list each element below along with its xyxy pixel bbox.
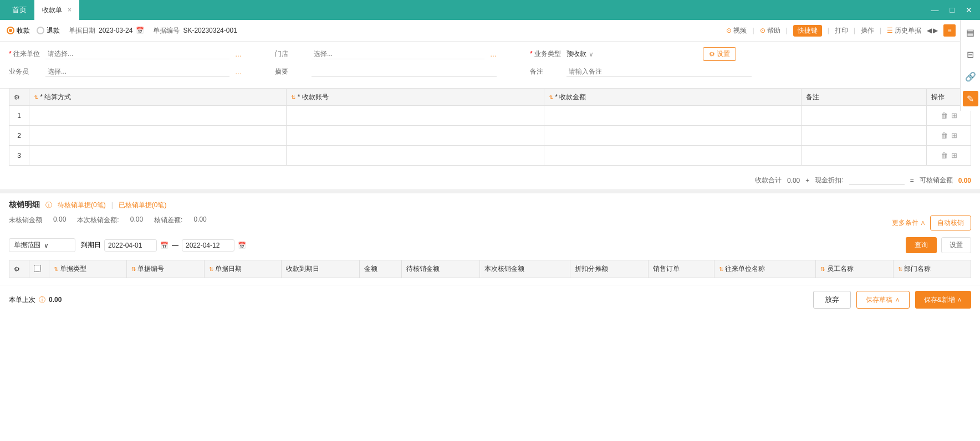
settlement-cell-2[interactable] [29,126,287,146]
copy-icon-2[interactable]: ⊞ [951,131,957,140]
bottom-header-checkbox[interactable] [29,260,49,278]
business-type-select[interactable]: 预收款 ∨ [566,49,594,59]
salesperson-input[interactable] [45,66,229,77]
amount-cell-3[interactable] [544,146,801,166]
summary-row: 收款合计 0.00 + 现金折扣: = 可核销金额 0.00 [0,171,980,190]
bottom-header-discount: 折扣分摊额 [570,260,648,278]
date-range: 到期日 📅 — 📅 [81,239,246,252]
amount-cell-1[interactable] [544,106,801,126]
bill-date-value: 2023-03-24 [99,27,132,34]
calendar-start-icon[interactable]: 📅 [160,242,169,249]
save-draft-btn[interactable]: 保存草稿 ∧ [856,291,909,309]
diff-label: 核销差额: [154,216,182,230]
panel-list-icon[interactable]: ⊟ [963,47,978,62]
prev-btn[interactable]: ◀ [927,27,932,34]
verify-settings-btn[interactable]: 设置 [941,237,971,253]
total-value: 0.00 [787,177,800,184]
row-actions-3: 🗑 ⊞ [931,151,966,160]
calendar-icon[interactable]: 📅 [136,27,144,34]
remark-cell-3[interactable] [802,146,927,166]
salesperson-ellipsis[interactable]: … [235,68,242,76]
query-btn[interactable]: 查询 [906,237,937,253]
shortcut-btn[interactable]: 快捷键 [793,25,822,37]
video-icon: ⊙ [726,27,732,34]
print-btn[interactable]: 打印 [835,26,848,35]
remark-input[interactable] [566,66,752,77]
operate-label: 操作 [861,26,874,35]
bottom-header-pending: 待核销金额 [401,260,479,278]
next-btn[interactable]: ▶ [933,27,938,34]
tab-home[interactable]: 首页 [4,0,34,20]
remark-field: 备注 [530,66,752,77]
info-icon[interactable]: ⓘ [45,201,52,210]
copy-icon-1[interactable]: ⊞ [951,111,957,120]
account-cell-3[interactable] [287,146,544,166]
panel-edit-icon[interactable]: ✎ [963,91,978,106]
save-new-btn[interactable]: 保存&新增 ∧ [915,291,971,309]
radio-group: 收款 退款 [7,26,60,35]
table-row: 2 🗑 ⊞ [9,126,971,146]
counterpart-input[interactable] [45,49,229,59]
select-all-checkbox[interactable] [34,265,41,272]
salesperson-field: 业务员 … [9,66,242,77]
discard-btn[interactable]: 放弃 [813,291,851,309]
amount-cell-2[interactable] [544,126,801,146]
delete-icon-2[interactable]: 🗑 [941,131,948,140]
bottom-table: ⚙ ⇅ 单据类型 ⇅ 单据编号 ⇅ 单据日期 收款到期日 金额 待核销金额 本次… [9,260,971,278]
data-table: ⚙ ⇅ * 结算方式 ⇅ * 收款账号 ⇅ * 收款金额 备注 操作 1 [9,89,971,166]
date-end-input[interactable] [182,239,234,252]
bill-range-dropdown[interactable]: 单据范围 ∨ [9,238,75,252]
shortcut-label: 快捷键 [798,27,818,34]
unverified-label: 未核销金额 [9,216,42,230]
done-tab[interactable]: 已核销单据(0笔) [119,201,167,210]
table-section: ⚙ ⇅ * 结算方式 ⇅ * 收款账号 ⇅ * 收款金额 备注 操作 1 [0,89,980,166]
bill-no-label: 单据编号 [153,26,180,35]
pending-tab[interactable]: 待核销单据(0笔) [58,201,106,210]
summary-input[interactable] [312,66,497,77]
verify-filters: 单据范围 ∨ 到期日 📅 — 📅 查询 设置 [9,237,971,253]
remark-cell-2[interactable] [802,126,927,146]
verify-header: 核销明细 ⓘ 待核销单据(0笔) | 已核销单据(0笔) [9,200,971,210]
more-conditions-btn[interactable]: 更多条件 ∧ [892,218,926,228]
account-cell-2[interactable] [287,126,544,146]
panel-link-icon[interactable]: 🔗 [963,69,978,84]
store-ellipsis[interactable]: … [490,50,497,58]
radio-refund-label: 退款 [47,26,60,35]
store-input[interactable] [312,49,484,59]
history-btn[interactable]: ☰ 历史单据 [887,26,921,35]
right-panel: ▤ ⊟ 🔗 ✎ [960,20,980,111]
form-settings-btn[interactable]: ⚙ 设置 [703,47,736,61]
window-close-btn[interactable]: ✕ [962,4,976,16]
video-btn[interactable]: ⊙ 视频 [726,26,747,35]
settlement-cell-3[interactable] [29,146,287,166]
radio-refund[interactable]: 退款 [37,26,60,35]
auto-verify-btn[interactable]: 自动核销 [930,216,971,230]
form-row-2: 业务员 … 摘要 备注 [9,66,971,77]
delete-icon-1[interactable]: 🗑 [941,111,948,120]
account-cell-1[interactable] [287,106,544,126]
business-type-label: 业务类型 [530,49,563,59]
tab-close[interactable]: × [68,6,72,14]
help-btn[interactable]: ⊙ 帮助 [760,26,780,35]
panel-table-icon[interactable]: ▤ [963,24,978,40]
table-header-gear[interactable]: ⚙ [9,89,29,106]
bottom-table-section: ⚙ ⇅ 单据类型 ⇅ 单据编号 ⇅ 单据日期 收款到期日 金额 待核销金额 本次… [9,260,971,278]
discount-input[interactable] [849,176,905,184]
radio-receive[interactable]: 收款 [7,26,30,35]
delete-icon-3[interactable]: 🗑 [941,151,948,160]
operate-btn[interactable]: 操作 [861,26,874,35]
bill-no-field: 单据编号 SK-20230324-001 [153,26,237,35]
view-toggle-btn[interactable]: ≡ [943,24,956,37]
counterpart-ellipsis[interactable]: … [235,50,242,58]
toolbar-right: ⊙ 视频 | ⊙ 帮助 | 快捷键 | 打印 | 操作 | ☰ 历史单据 [726,24,973,37]
settlement-cell-1[interactable] [29,106,287,126]
tab-receipt[interactable]: 收款单 × [34,0,79,20]
bottom-header-gear[interactable]: ⚙ [9,260,29,278]
maximize-btn[interactable]: □ [947,4,958,16]
remark-cell-1[interactable] [802,106,927,126]
verify-stats: 未核销金额 0.00 本次核销金额: 0.00 核销差额: 0.00 更多条件 … [9,216,971,230]
date-start-input[interactable] [104,239,157,252]
minimize-btn[interactable]: — [928,4,942,16]
copy-icon-3[interactable]: ⊞ [951,151,957,160]
calendar-end-icon[interactable]: 📅 [238,242,246,249]
